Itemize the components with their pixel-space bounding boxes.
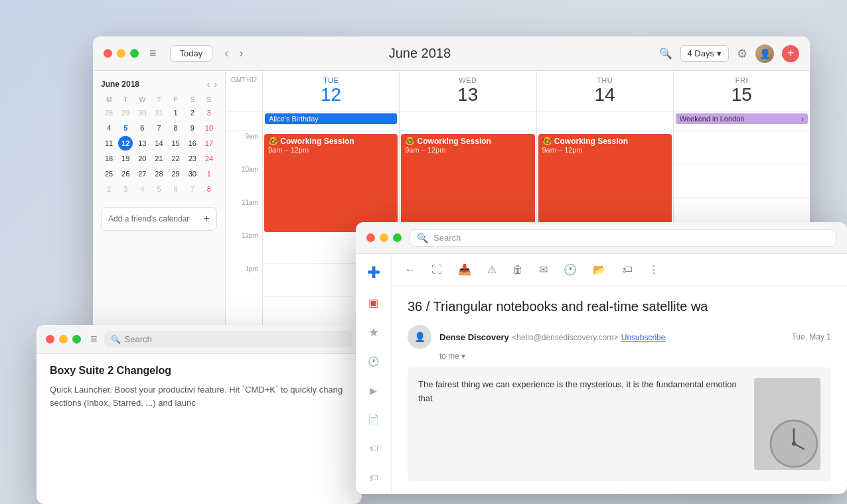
mini-day[interactable]: 11 <box>102 136 116 151</box>
unsubscribe-link[interactable]: Unsubscribe <box>621 333 666 342</box>
mini-day[interactable]: 23 <box>185 151 200 166</box>
notes-titlebar: ≡ 🔍 Search <box>37 325 362 354</box>
email-content-inner: 36 / Triangular notebooks and real-time … <box>392 286 847 494</box>
mini-day[interactable]: 6 <box>169 182 183 196</box>
mini-day[interactable]: 17 <box>202 136 216 151</box>
mini-day[interactable]: 7 <box>185 182 200 196</box>
notes-minimize-button[interactable] <box>59 335 68 344</box>
maximize-button[interactable] <box>130 49 139 58</box>
notes-close-button[interactable] <box>46 335 54 344</box>
inbox-icon[interactable]: ▣ <box>364 294 384 312</box>
delete-icon[interactable]: 🗑 <box>510 261 526 279</box>
fullscreen-icon[interactable]: ⛶ <box>429 261 445 279</box>
more-icon[interactable]: ⋮ <box>646 261 662 279</box>
hamburger-icon[interactable]: ≡ <box>149 46 157 60</box>
event-title: 🤓 Coworking Session <box>542 137 668 146</box>
mini-day[interactable]: 28 <box>102 105 116 120</box>
email-minimize-button[interactable] <box>380 233 388 242</box>
mini-day[interactable]: 2 <box>102 182 116 196</box>
settings-icon[interactable]: ⚙ <box>737 46 747 61</box>
email-maximize-button[interactable] <box>393 233 402 242</box>
mini-calendar-header: June 2018 ‹ › <box>101 79 217 90</box>
mini-day[interactable]: 21 <box>151 151 166 166</box>
mini-day[interactable]: 22 <box>169 151 183 166</box>
email-close-button[interactable] <box>366 233 375 242</box>
move-icon[interactable]: 📂 <box>590 261 609 279</box>
mini-day[interactable]: 7 <box>151 121 166 135</box>
mini-day[interactable]: 18 <box>102 151 116 166</box>
notes-maximize-button[interactable] <box>72 335 81 344</box>
birthday-event[interactable]: Alice's Birthday <box>265 113 397 124</box>
mini-day[interactable]: 14 <box>151 136 166 151</box>
close-button[interactable] <box>104 49 112 58</box>
mini-day[interactable]: 31 <box>151 105 166 120</box>
mini-day[interactable]: 5 <box>151 182 166 196</box>
mini-day[interactable]: 3 <box>118 182 133 196</box>
archive-icon[interactable]: 📥 <box>455 261 474 279</box>
view-selector-button[interactable]: 4 Days ▾ <box>680 45 729 62</box>
add-friend-calendar-button[interactable]: Add a friend's calendar + <box>101 207 217 231</box>
label-icon[interactable]: 🏷 <box>619 261 635 279</box>
mini-day[interactable]: 24 <box>202 151 216 166</box>
mini-day[interactable]: 4 <box>102 121 116 135</box>
mini-day[interactable]: 16 <box>185 136 200 151</box>
mini-day[interactable]: 29 <box>169 166 183 181</box>
back-icon[interactable]: ← <box>402 261 418 279</box>
mini-day[interactable]: 10 <box>202 121 216 135</box>
mini-day[interactable]: 5 <box>118 121 133 135</box>
mini-day[interactable]: 1 <box>169 105 183 120</box>
mini-day[interactable]: 28 <box>151 166 166 181</box>
notes-menu-icon[interactable]: ≡ <box>90 332 98 346</box>
starred-icon[interactable]: ★ <box>364 324 384 341</box>
mini-day[interactable]: 25 <box>102 166 116 181</box>
mini-day[interactable]: 4 <box>135 182 149 196</box>
mini-day[interactable]: 26 <box>118 166 133 181</box>
mini-day[interactable]: 27 <box>135 166 149 181</box>
mini-day[interactable]: 9 <box>185 121 200 135</box>
more-labels-icon[interactable]: 🏷 <box>364 469 384 486</box>
user-avatar[interactable]: 👤 <box>755 44 774 63</box>
compose-button[interactable]: ✚ <box>362 262 386 283</box>
add-event-button[interactable]: + <box>782 45 799 62</box>
sender-line: Dense Discovery <hello@densediscovery.co… <box>439 331 783 343</box>
weekend-event[interactable]: Weekend in London <box>676 113 808 124</box>
email-to-dropdown[interactable]: ▾ <box>461 351 465 361</box>
mini-day[interactable]: 30 <box>185 166 200 181</box>
dow-wed: W <box>134 95 150 105</box>
event-title: 🤓 Coworking Session <box>405 137 530 146</box>
mini-day[interactable]: 29 <box>118 105 133 120</box>
snoozed-icon[interactable]: 🕐 <box>364 353 384 370</box>
mini-day[interactable]: 6 <box>135 121 149 135</box>
mini-cal-next[interactable]: › <box>214 79 217 90</box>
mini-day[interactable]: 1 <box>202 166 216 181</box>
mini-day[interactable]: 13 <box>135 136 149 151</box>
coworking-event-thu[interactable]: 🤓 Coworking Session 9am – 12pm <box>538 134 672 232</box>
minimize-button[interactable] <box>117 49 125 58</box>
email-date: Tue, May 1 <box>791 332 831 342</box>
coworking-event-wed[interactable]: 🤓 Coworking Session 9am – 12pm <box>401 134 534 232</box>
notes-search-icon: 🔍 <box>111 335 121 344</box>
mini-day[interactable]: 30 <box>135 105 149 120</box>
drafts-icon[interactable]: 📄 <box>364 410 384 428</box>
report-icon[interactable]: ⚠ <box>485 261 499 279</box>
search-icon[interactable]: 🔍 <box>659 47 672 60</box>
labels-icon[interactable]: 🏷 <box>364 440 384 457</box>
coworking-event-tue[interactable]: 🤓 Coworking Session 9am – 12pm <box>264 134 398 232</box>
mini-day[interactable]: 20 <box>135 151 149 166</box>
day-num-15: 15 <box>679 84 805 105</box>
mark-icon[interactable]: ✉ <box>536 261 550 279</box>
mini-day[interactable]: 8 <box>169 121 183 135</box>
mini-day[interactable]: 2 <box>185 105 200 120</box>
time-cell <box>674 164 810 198</box>
mini-day[interactable]: 19 <box>118 151 133 166</box>
mini-cal-prev[interactable]: ‹ <box>207 79 210 90</box>
mini-day[interactable]: 8 <box>202 182 216 196</box>
snooze-icon[interactable]: 🕐 <box>561 261 579 279</box>
email-search-input[interactable]: Search <box>433 233 829 243</box>
notes-search-bar[interactable]: 🔍 Search <box>104 331 352 347</box>
mini-day[interactable]: 3 <box>202 105 216 120</box>
sent-icon[interactable]: ▶ <box>364 382 384 399</box>
mini-day-today[interactable]: 12 <box>118 136 133 151</box>
mini-day[interactable]: 15 <box>169 136 183 151</box>
email-search-bar[interactable]: 🔍 Search <box>410 229 836 247</box>
